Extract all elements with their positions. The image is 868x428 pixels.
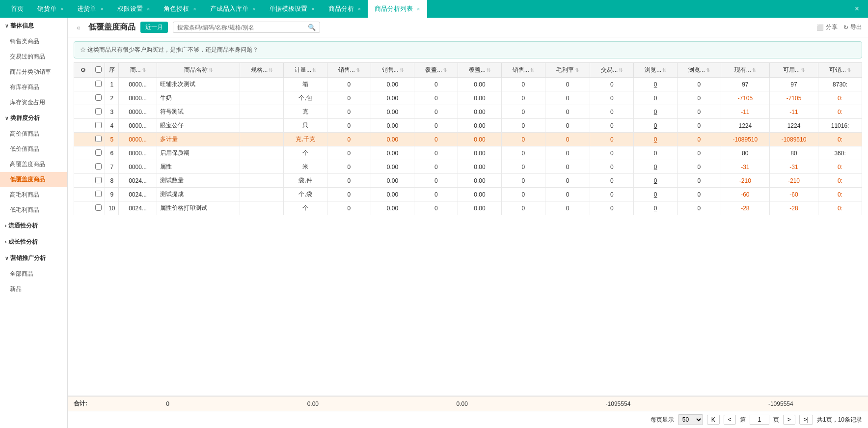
row-view1[interactable]: 0 [634, 174, 678, 188]
row-view1[interactable]: 0 [634, 201, 678, 215]
row-checkbox[interactable] [92, 105, 105, 119]
table-container[interactable]: ⚙ 序 商...⇅ 商品名称⇅ 规格...⇅ 计量...⇅ 销售...⇅ 销售.… [68, 62, 868, 396]
checkbox-col-header[interactable] [92, 63, 105, 78]
select-all-checkbox[interactable] [95, 66, 102, 73]
next-page-button[interactable]: > [783, 415, 795, 425]
sidebar-section-overall[interactable]: ∨ 整体信息 [0, 18, 67, 34]
last-page-button[interactable]: >| [799, 415, 813, 425]
sidebar-item-category-rate[interactable]: 商品分类动销率 [0, 64, 67, 80]
nav-sales[interactable]: 销货单 × [30, 0, 70, 18]
col-sale-amount[interactable]: 销售...⇅ [371, 63, 414, 78]
row-view1[interactable]: 0 [634, 146, 678, 160]
nav-sales-close[interactable]: × [60, 0, 63, 18]
row-select-checkbox[interactable] [95, 81, 102, 87]
col-current-stock[interactable]: 现有...⇅ [721, 63, 769, 78]
sidebar-item-low-value[interactable]: 低价值商品 [0, 142, 67, 157]
row-checkbox[interactable] [92, 119, 105, 133]
sidebar-item-sales-products[interactable]: 销售类商品 [0, 34, 67, 49]
col-profit-rate[interactable]: 毛利率⇅ [545, 63, 590, 78]
row-view1[interactable]: 0 [634, 119, 678, 133]
row-name: 眼宝公仔 [157, 119, 240, 133]
row-checkbox[interactable] [92, 174, 105, 188]
search-input[interactable] [177, 24, 306, 31]
row-cover1: 0 [414, 78, 458, 91]
page-size-select[interactable]: 50 10 20 100 [678, 414, 703, 425]
col-sale-qty[interactable]: 销售...⇅ [327, 63, 371, 78]
sidebar-item-high-coverage[interactable]: 高覆盖度商品 [0, 157, 67, 172]
row-view1[interactable]: 0 [634, 78, 678, 91]
col-view1[interactable]: 浏览...⇅ [634, 63, 678, 78]
col-view2[interactable]: 浏览...⇅ [677, 63, 721, 78]
row-view1[interactable]: 0 [634, 133, 678, 146]
col-trade[interactable]: 交易...⇅ [590, 63, 634, 78]
col-cover1[interactable]: 覆盖...⇅ [414, 63, 458, 78]
row-select-checkbox[interactable] [95, 136, 102, 142]
sidebar-item-in-stock[interactable]: 有库存商品 [0, 80, 67, 95]
col-name[interactable]: 商品名称⇅ [157, 63, 240, 78]
row-select-checkbox[interactable] [95, 177, 102, 183]
row-select-checkbox[interactable] [95, 94, 102, 101]
row-view1[interactable]: 0 [634, 160, 678, 174]
col-unit[interactable]: 计量...⇅ [284, 63, 327, 78]
settings-col-header[interactable]: ⚙ [74, 63, 92, 78]
page-input[interactable] [750, 415, 769, 425]
nav-product-analysis[interactable]: 商品分析 × [322, 0, 368, 18]
nav-product-analysis-list-close[interactable]: × [417, 0, 420, 18]
settings-icon[interactable]: ⚙ [81, 67, 86, 74]
sidebar-item-high-value[interactable]: 高价值商品 [0, 126, 67, 142]
row-select-checkbox[interactable] [95, 191, 102, 197]
row-view1[interactable]: 0 [634, 91, 678, 105]
row-select-checkbox[interactable] [95, 122, 102, 128]
row-checkbox[interactable] [92, 201, 105, 215]
time-filter-button[interactable]: 近一月 [140, 22, 168, 33]
nav-product-analysis-list[interactable]: 商品分析列表 × [368, 0, 427, 18]
sidebar-section-marketing[interactable]: ∨ 营销推广分析 [0, 250, 67, 266]
sidebar-item-low-profit[interactable]: 低毛利商品 [0, 202, 67, 218]
row-select-checkbox[interactable] [95, 204, 102, 211]
sidebar-item-traded-products[interactable]: 交易过的商品 [0, 49, 67, 64]
row-view1[interactable]: 0 [634, 188, 678, 201]
sidebar-section-growth[interactable]: › 成长性分析 [0, 234, 67, 250]
sidebar-section-flow[interactable]: › 流通性分析 [0, 218, 67, 234]
sidebar-item-capital[interactable]: 库存资金占用 [0, 95, 67, 110]
nav-home[interactable]: 首页 [4, 0, 30, 18]
row-checkbox[interactable] [92, 146, 105, 160]
col-spec[interactable]: 规格...⇅ [240, 63, 284, 78]
nav-permissions[interactable]: 权限设置 × [110, 0, 157, 18]
close-all-button[interactable]: × [850, 4, 864, 13]
nav-roles[interactable]: 角色授权 × [157, 0, 203, 18]
first-page-button[interactable]: K [707, 415, 720, 425]
nav-permissions-close[interactable]: × [147, 0, 150, 18]
nav-template-close[interactable]: × [311, 0, 314, 18]
col-cover2[interactable]: 覆盖...⇅ [458, 63, 502, 78]
export-button[interactable]: ↻ 导出 [843, 23, 862, 31]
row-checkbox[interactable] [92, 188, 105, 201]
row-checkbox[interactable] [92, 160, 105, 174]
nav-template[interactable]: 单据模板设置 × [262, 0, 321, 18]
share-button[interactable]: ⬜ 分享 [816, 23, 838, 31]
row-select-checkbox[interactable] [95, 163, 102, 170]
nav-production[interactable]: 产成品入库单 × [203, 0, 262, 18]
nav-purchase[interactable]: 进货单 × [70, 0, 110, 18]
nav-purchase-close[interactable]: × [100, 0, 103, 18]
row-view1[interactable]: 0 [634, 105, 678, 119]
col-sale-price[interactable]: 销售...⇅ [501, 63, 545, 78]
nav-production-close[interactable]: × [252, 0, 255, 18]
prev-page-button[interactable]: < [724, 415, 736, 425]
col-code[interactable]: 商...⇅ [119, 63, 157, 78]
nav-roles-close[interactable]: × [193, 0, 196, 18]
sidebar-item-high-profit[interactable]: 高毛利商品 [0, 187, 67, 202]
nav-product-analysis-close[interactable]: × [358, 0, 361, 18]
sidebar-item-low-coverage[interactable]: 低覆盖度商品 [0, 172, 67, 187]
col-available-stock[interactable]: 可用...⇅ [769, 63, 818, 78]
row-checkbox[interactable] [92, 133, 105, 146]
row-select-checkbox[interactable] [95, 108, 102, 114]
col-sellable[interactable]: 可销...⇅ [818, 63, 862, 78]
sidebar-item-all-products[interactable]: 全部商品 [0, 266, 67, 282]
sidebar-section-group-analysis[interactable]: ∨ 类群度分析 [0, 110, 67, 126]
collapse-sidebar-button[interactable]: « [74, 23, 83, 32]
row-checkbox[interactable] [92, 91, 105, 105]
sidebar-item-new-products[interactable]: 新品 [0, 282, 67, 297]
row-checkbox[interactable] [92, 78, 105, 91]
row-select-checkbox[interactable] [95, 149, 102, 156]
